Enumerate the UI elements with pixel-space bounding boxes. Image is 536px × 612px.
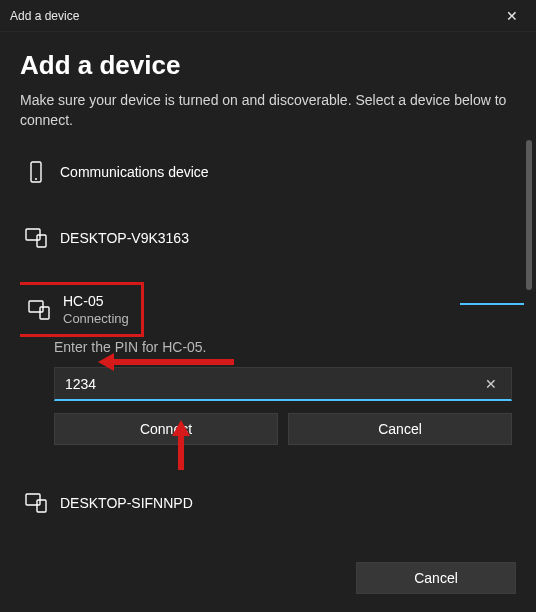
device-item-communications[interactable]: Communications device [20,150,512,194]
pin-input[interactable] [65,376,481,392]
device-name: DESKTOP-V9K3163 [60,230,189,246]
svg-rect-3 [37,235,46,247]
device-item-desktop-v9k3163[interactable]: DESKTOP-V9K3163 [20,216,512,260]
computer-icon [27,298,51,322]
pin-section: Enter the PIN for HC-05. ✕ Connect Cance… [20,339,512,461]
annotation-highlight-box: HC-05 Connecting [20,282,144,337]
close-icon[interactable]: ✕ [498,4,526,28]
page-subtext: Make sure your device is turned on and d… [20,91,516,130]
pin-prompt: Enter the PIN for HC-05. [54,339,512,355]
device-name: HC-05 [63,293,129,309]
device-status: Connecting [63,311,129,326]
device-name: DESKTOP-SIFNNPD [60,495,193,511]
svg-rect-7 [37,500,46,512]
computer-icon [24,226,48,250]
connect-button[interactable]: Connect [54,413,278,445]
page-title: Add a device [20,50,516,81]
titlebar: Add a device ✕ [0,0,536,32]
device-name: Communications device [60,164,209,180]
device-item-hc-05[interactable]: HC-05 Connecting [21,289,135,330]
device-list: Communications device DESKTOP-V9K3163 HC… [20,150,516,612]
device-item-desktop-sifnnpd[interactable]: DESKTOP-SIFNNPD [20,481,512,525]
footer: Cancel [0,546,536,612]
progress-indicator [460,303,524,305]
scrollbar[interactable] [526,140,532,290]
phone-icon [24,160,48,184]
svg-rect-5 [40,307,49,319]
computer-icon [24,491,48,515]
pin-input-wrap[interactable]: ✕ [54,367,512,401]
footer-cancel-button[interactable]: Cancel [356,562,516,594]
cancel-button[interactable]: Cancel [288,413,512,445]
window-title: Add a device [10,9,79,23]
clear-input-icon[interactable]: ✕ [481,376,501,392]
